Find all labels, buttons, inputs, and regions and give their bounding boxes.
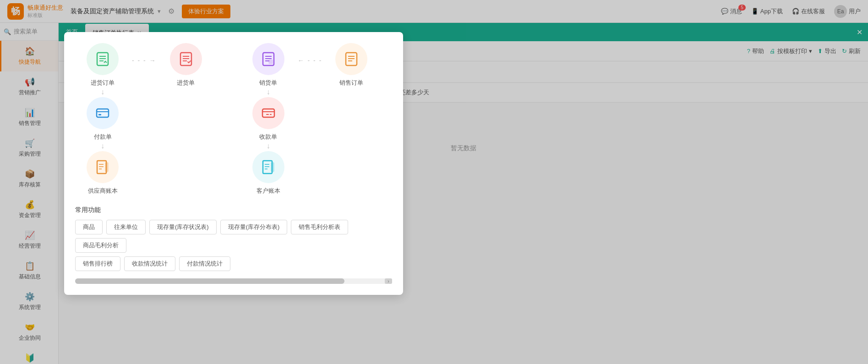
flow-col-right: 销售订单 xyxy=(324,43,379,87)
supplier-ledger-label: 供应商账本 xyxy=(88,187,118,195)
popup-box: 进货订单 ↓ 付款单 ↓ xyxy=(64,32,403,295)
arrow-down-2: ↓ xyxy=(101,142,104,150)
sales-order-label: 销售订单 xyxy=(339,79,363,87)
customer-ledger-label: 客户账本 xyxy=(257,187,280,195)
svg-rect-24 xyxy=(271,163,274,172)
func-btn-receipt-stats[interactable]: 收款情况统计 xyxy=(124,256,175,271)
common-functions-section: 常用功能 商品 往来单位 现存量(库存状况表) 现存量(库存分布表) 销售毛利分… xyxy=(75,206,392,271)
sales-bill-label: 销货单 xyxy=(259,79,277,87)
arrow-down-3: ↓ xyxy=(267,88,270,96)
func-btn-counterpart[interactable]: 往来单位 xyxy=(106,220,146,234)
payment-icon-circle xyxy=(87,97,119,129)
func-buttons-row2: 销售排行榜 收款情况统计 付款情况统计 xyxy=(75,256,392,271)
func-btn-product[interactable]: 商品 xyxy=(75,220,103,234)
purchase-order-label: 进货订单 xyxy=(91,79,115,87)
svg-rect-4 xyxy=(97,109,109,117)
arrow-down-4: ↓ xyxy=(267,142,270,150)
flow-col-mid-right: 销货单 ↓ 收款单 ↓ xyxy=(241,43,296,195)
purchase-bill-icon-circle xyxy=(170,43,202,75)
flow-node-sales-bill[interactable]: 销货单 xyxy=(241,43,296,87)
receipt-label: 收款单 xyxy=(259,133,277,141)
func-btn-stock-status[interactable]: 现存量(库存状况表) xyxy=(149,220,217,234)
svg-rect-20 xyxy=(269,60,273,64)
func-btn-payment-stats[interactable]: 付款情况统计 xyxy=(179,256,230,271)
arrow-down-1: ↓ xyxy=(101,88,104,96)
flow-col-mid-left: 进货单 xyxy=(158,43,213,142)
supplier-ledger-icon-circle xyxy=(87,151,119,183)
popup-scrollbar-thumb xyxy=(75,278,344,284)
popup-scrollbar-next-btn[interactable]: › xyxy=(385,278,392,284)
flow-node-purchase-bill[interactable]: 进货单 xyxy=(158,43,213,87)
purchase-bill-label: 进货单 xyxy=(177,79,195,87)
h-arrow-1: - - - → xyxy=(130,43,158,64)
h-arrow-2: ← - - - xyxy=(296,43,324,64)
svg-rect-21 xyxy=(262,109,274,117)
sales-order-icon-circle xyxy=(335,43,367,75)
flow-node-sales-order[interactable]: 销售订单 xyxy=(324,43,379,87)
func-btn-product-gross[interactable]: 商品毛利分析 xyxy=(75,238,126,253)
popup-scrollbar[interactable]: › xyxy=(75,278,392,284)
flow-diagram: 进货订单 ↓ 付款单 ↓ xyxy=(75,43,392,195)
common-functions-title: 常用功能 xyxy=(75,206,392,214)
flow-node-receipt[interactable]: 收款单 xyxy=(241,97,296,141)
flow-node-purchase-order[interactable]: 进货订单 xyxy=(75,43,130,87)
flow-col-left: 进货订单 ↓ 付款单 ↓ xyxy=(75,43,130,195)
flow-node-supplier-ledger[interactable]: 供应商账本 xyxy=(75,151,130,195)
purchase-order-icon-circle xyxy=(87,43,119,75)
flow-node-payment[interactable]: 付款单 xyxy=(75,97,130,141)
payment-label: 付款单 xyxy=(94,133,112,141)
customer-ledger-icon-circle xyxy=(252,151,284,183)
svg-rect-8 xyxy=(105,163,108,172)
func-btn-stock-dist[interactable]: 现存量(库存分布表) xyxy=(220,220,288,234)
func-buttons-row1: 商品 往来单位 现存量(库存状况表) 现存量(库存分布表) 销售毛利分析表 商品… xyxy=(75,220,392,253)
svg-rect-7 xyxy=(97,161,106,174)
flow-node-customer-ledger[interactable]: 客户账本 xyxy=(241,151,296,195)
receipt-icon-circle xyxy=(252,97,284,129)
sales-bill-icon-circle xyxy=(252,43,284,75)
func-btn-sales-gross[interactable]: 销售毛利分析表 xyxy=(291,220,348,234)
popup-overlay[interactable]: 进货订单 ↓ 付款单 ↓ xyxy=(0,0,868,364)
func-btn-sales-rank[interactable]: 销售排行榜 xyxy=(75,256,120,271)
svg-rect-23 xyxy=(263,161,272,174)
svg-rect-6 xyxy=(98,114,101,115)
